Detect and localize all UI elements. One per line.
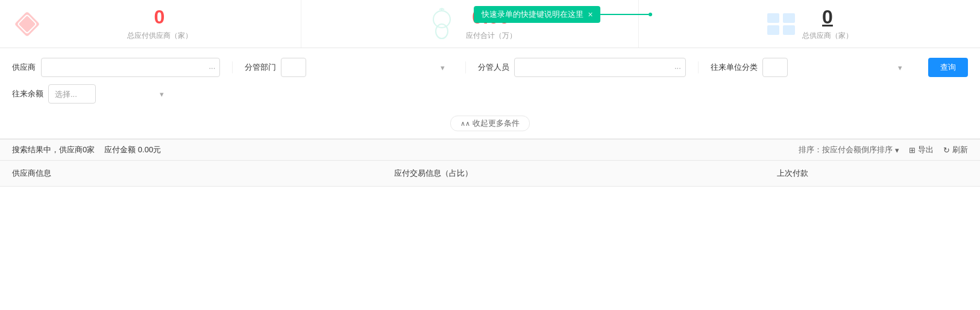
separator-3 xyxy=(698,61,699,73)
query-btn-wrapper: 查询 xyxy=(928,58,968,77)
results-bar: 搜索结果中，供应商0家 应付金额 0.00元 排序：按应付会额倒序排序 ▾ ⊞ … xyxy=(0,139,980,161)
sort-label: 排序：按应付会额倒序排序 xyxy=(799,144,893,155)
filter-row-1: 供应商 ··· 分管部门 ▾ 分管人员 ··· 往来单位分类 xyxy=(12,58,968,77)
supplier-filter: 供应商 ··· xyxy=(12,58,220,77)
collapse-chevron-icon: ∧∧ xyxy=(460,120,470,128)
rice-bag-icon xyxy=(424,6,460,42)
unit-class-filter: 往来单位分类 ▾ xyxy=(711,58,919,77)
svg-rect-10 xyxy=(783,25,795,35)
balance-label: 往来余额 xyxy=(12,88,43,99)
supplier-input[interactable] xyxy=(41,58,220,77)
payable-suppliers-label: 总应付供应商（家） xyxy=(127,31,192,41)
stat-payable-suppliers: 0 总应付供应商（家） xyxy=(0,0,301,48)
collapse-button[interactable]: ∧∧ 收起更多条件 xyxy=(450,116,530,131)
separator-1 xyxy=(232,61,233,73)
person-input[interactable] xyxy=(514,58,686,77)
total-suppliers-label: 总供应商（家） xyxy=(802,31,853,41)
tooltip-close-btn[interactable]: × xyxy=(588,10,593,19)
col-transaction-info: 应付交易信息（占比） xyxy=(394,168,776,179)
stats-bar: 0 总应付供应商（家） 0.00 应付合计（万） 快速录单的快捷键说明在这里 × xyxy=(0,0,980,48)
stat-payable-total: 0.00 应付合计（万） 快速录单的快捷键说明在这里 × xyxy=(301,0,639,48)
separator-2 xyxy=(465,61,466,73)
export-button[interactable]: ⊞ 导出 xyxy=(909,144,934,155)
table-body xyxy=(0,187,980,310)
refresh-icon: ↻ xyxy=(943,146,950,155)
unit-class-select[interactable] xyxy=(762,58,788,77)
tooltip-text: 快速录单的快捷键说明在这里 xyxy=(482,9,583,20)
svg-point-2 xyxy=(433,11,450,28)
total-suppliers-value: 0 xyxy=(822,7,833,28)
collapse-btn-label: 收起更多条件 xyxy=(473,118,520,129)
col-last-payment: 上次付款 xyxy=(777,168,968,179)
results-summary: 搜索结果中，供应商0家 应付金额 0.00元 xyxy=(12,144,161,155)
person-label: 分管人员 xyxy=(478,62,509,73)
table-header: 供应商信息 应付交易信息（占比） 上次付款 xyxy=(0,161,980,187)
svg-point-3 xyxy=(436,24,448,39)
results-actions: 排序：按应付会额倒序排序 ▾ ⊞ 导出 ↻ 刷新 xyxy=(799,144,968,155)
balance-filter: 往来余额 选择... ▾ xyxy=(12,84,217,104)
diamond-icon xyxy=(12,9,42,39)
dept-chevron-icon: ▾ xyxy=(441,63,445,72)
results-amount: 应付金额 0.00元 xyxy=(104,144,161,155)
grid-icon xyxy=(766,12,796,36)
tooltip-dot xyxy=(647,11,653,17)
svg-rect-7 xyxy=(767,13,779,23)
svg-rect-8 xyxy=(783,13,795,23)
dept-filter: 分管部门 ▾ xyxy=(245,58,453,77)
sort-chevron-icon: ▾ xyxy=(895,146,899,155)
payable-total-label: 应付合计（万） xyxy=(466,31,517,41)
results-text: 搜索结果中，供应商0家 xyxy=(12,144,95,155)
filter-area: 供应商 ··· 分管部门 ▾ 分管人员 ··· 往来单位分类 xyxy=(0,48,980,139)
person-filter: 分管人员 ··· xyxy=(478,58,686,77)
dept-label: 分管部门 xyxy=(245,62,276,73)
supplier-suffix-btn[interactable]: ··· xyxy=(209,63,215,72)
dept-select[interactable] xyxy=(281,58,306,77)
filter-row-2: 往来余额 选择... ▾ xyxy=(12,84,968,104)
svg-rect-9 xyxy=(767,25,779,35)
unit-class-label: 往来单位分类 xyxy=(711,62,758,73)
balance-select[interactable]: 选择... xyxy=(48,84,96,104)
export-icon: ⊞ xyxy=(909,146,916,155)
unit-class-chevron-icon: ▾ xyxy=(898,63,902,72)
stat-total-suppliers: 0 总供应商（家） xyxy=(639,0,980,48)
payable-suppliers-value: 0 xyxy=(154,7,165,28)
collapse-bar: ∧∧ 收起更多条件 xyxy=(12,111,968,138)
query-button[interactable]: 查询 xyxy=(928,58,968,77)
table-area: 供应商信息 应付交易信息（占比） 上次付款 xyxy=(0,161,980,310)
refresh-button[interactable]: ↻ 刷新 xyxy=(943,144,968,155)
refresh-label: 刷新 xyxy=(952,144,968,155)
sort-selector[interactable]: 排序：按应付会额倒序排序 ▾ xyxy=(799,144,899,155)
person-suffix-btn[interactable]: ··· xyxy=(674,63,681,72)
export-label: 导出 xyxy=(918,144,934,155)
tooltip-bubble: 快速录单的快捷键说明在这里 × xyxy=(474,6,600,23)
col-supplier-info: 供应商信息 xyxy=(12,168,394,179)
supplier-label: 供应商 xyxy=(12,62,36,73)
balance-chevron-icon: ▾ xyxy=(160,90,164,99)
